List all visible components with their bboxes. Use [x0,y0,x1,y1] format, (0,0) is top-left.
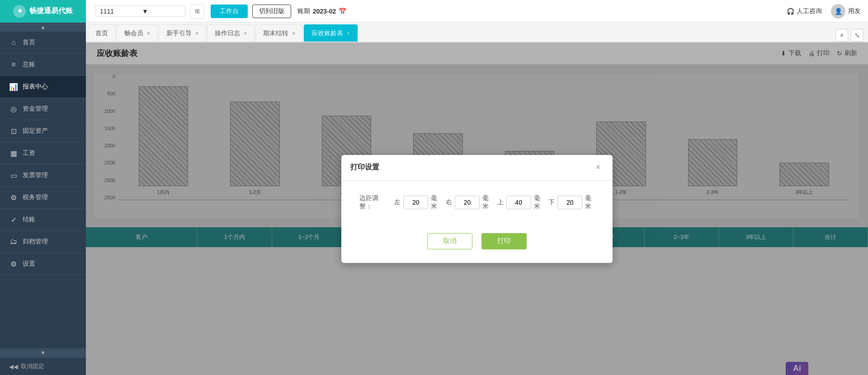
assets-icon: ⊡ [9,127,18,136]
tab-membership-label: 畅会员 [124,29,143,38]
settings-icon: ⚙ [9,259,18,268]
sidebar-item-invoice[interactable]: ▭ 发票管理 [0,164,86,187]
cancel-fixed-label: 取消固定 [21,362,44,370]
modal-title: 打印设置 [350,163,379,172]
workbench-button[interactable]: 工作台 [211,5,248,18]
sidebar-item-ledger[interactable]: ≡ 总账 [0,54,86,76]
tab-membership-close[interactable]: × [147,30,150,37]
payroll-icon: ▦ [9,149,18,158]
sidebar-item-home[interactable]: ⌂ 首页 [0,32,86,54]
tax-icon: ⚙ [9,193,18,202]
sidebar-label-settings: 设置 [23,260,35,268]
sidebar-item-settings[interactable]: ⚙ 设置 [0,253,86,275]
tab-period-end-close[interactable]: × [292,30,295,37]
tab-close-all-button[interactable]: × [835,29,848,42]
copy-icon: ⊞ [195,8,200,14]
funds-icon: ◎ [9,104,18,113]
left-label: 左 [394,198,401,206]
right-margin-input[interactable] [455,196,480,209]
tab-ar-aging-close[interactable]: × [347,30,350,37]
cancel-fixed-button[interactable]: ◀◀ 取消固定 [0,357,86,375]
tab-guide-close[interactable]: × [195,30,198,37]
tab-oplog[interactable]: 操作日志 × [207,24,255,42]
sidebar-label-funds: 资金管理 [23,105,48,113]
left-margin-input[interactable] [403,196,428,209]
main-layout: ▲ ⌂ 首页 ≡ 总账 📊 报表中心 ◎ 资金管理 ⊡ 固定资产 ▦ 工资 ▭ … [0,23,868,375]
top-margin-group: 上 毫米 [497,194,543,211]
tab-ar-aging[interactable]: 应收账龄表 × [304,24,358,42]
modal-footer: 取消 打印 [341,224,613,263]
logo-icon: ✦ [13,5,26,18]
sidebar-label-checkout: 结账 [23,216,35,224]
logo: ✦ 畅捷通易代账 [0,0,86,23]
tab-period-end[interactable]: 期末结转 × [255,24,303,42]
cancel-button[interactable]: 取消 [427,233,472,249]
company-selector[interactable]: 1111 ▼ [95,5,185,17]
sidebar: ▲ ⌂ 首页 ≡ 总账 📊 报表中心 ◎ 资金管理 ⊡ 固定资产 ▦ 工资 ▭ … [0,23,86,375]
sidebar-item-tax[interactable]: ⚙ 税务管理 [0,187,86,209]
bottom-margin-group: 下 毫米 [548,194,594,211]
modal-body: 边距调整： 左 毫米 右 毫米 [341,181,613,224]
switch-old-button[interactable]: 切到旧版 [252,5,291,18]
modal-overlay: 打印设置 × 边距调整： 左 毫米 右 [86,42,868,375]
period-value: 2023-02 [313,8,336,15]
sidebar-item-payroll[interactable]: ▦ 工资 [0,142,86,164]
period-label: 账期 [297,7,310,15]
margin-adjust-label: 边距调整： [359,194,389,211]
sidebar-item-checkout[interactable]: ✓ 结账 [0,209,86,231]
bottom-label: 下 [548,198,555,206]
checkout-icon: ✓ [9,215,18,224]
sidebar-label-ledger: 总账 [23,61,35,69]
invoice-icon: ▭ [9,171,18,180]
archive-icon: 🗂 [9,237,18,246]
avatar: 👤 [831,4,845,19]
left-margin-group: 左 毫米 [394,194,440,211]
right-unit: 毫米 [482,194,492,211]
tabs-bar: 首页 畅会员 × 新手引导 × 操作日志 × 期末结转 × 应收账龄表 × [86,23,868,42]
sidebar-label-tax: 税务管理 [23,193,48,202]
top-label: 上 [497,198,504,206]
content-area: 首页 畅会员 × 新手引导 × 操作日志 × 期末结转 × 应收账龄表 × [86,23,868,375]
tab-home[interactable]: 首页 [88,24,116,42]
confirm-print-button[interactable]: 打印 [481,233,527,249]
consult-button[interactable]: 🎧 人工咨询 [787,7,822,15]
reports-icon: 📊 [9,82,18,91]
consult-label: 人工咨询 [797,7,822,15]
tab-oplog-label: 操作日志 [215,29,240,38]
modal-header: 打印设置 × [341,155,613,181]
top-margin-input[interactable] [506,196,531,209]
page-content: 应收账龄表 ⬇ 下载 🖨 打印 ↻ 刷新 [86,42,868,375]
sidebar-item-archive[interactable]: 🗂 归档管理 [0,231,86,253]
sidebar-scroll-up[interactable]: ▲ [0,23,86,32]
bottom-margin-input[interactable] [557,196,582,209]
print-dialog: 打印设置 × 边距调整： 左 毫米 右 [341,155,613,263]
right-margin-group: 右 毫米 [446,194,492,211]
tab-guide[interactable]: 新手引导 × [159,24,206,42]
sidebar-item-funds[interactable]: ◎ 资金管理 [0,98,86,120]
sidebar-label-archive: 归档管理 [23,238,48,246]
sidebar-scroll-down[interactable]: ▼ [0,348,86,357]
tab-oplog-close[interactable]: × [244,30,247,37]
header: ✦ 畅捷通易代账 1111 ▼ ⊞ 工作台 切到旧版 账期 2023-02 📅 … [0,0,868,23]
modal-close-button[interactable]: × [593,162,604,173]
home-icon: ⌂ [9,38,18,47]
top-unit: 毫米 [534,194,543,211]
tab-maximize-button[interactable]: ⤡ [851,29,863,42]
user-area[interactable]: 👤 用友 [831,4,861,19]
sidebar-item-reports[interactable]: 📊 报表中心 [0,76,86,98]
tab-ar-aging-label: 应收账龄表 [311,29,343,38]
sidebar-label-invoice: 发票管理 [23,171,48,179]
tab-period-end-label: 期末结转 [263,29,288,38]
copy-button[interactable]: ⊞ [190,4,204,19]
calendar-icon[interactable]: 📅 [339,8,346,15]
tab-membership[interactable]: 畅会员 × [117,24,158,42]
pin-icon: ◀◀ [9,363,18,370]
headset-icon: 🎧 [787,8,794,15]
ledger-icon: ≡ [9,60,18,69]
period-area: 账期 2023-02 📅 [297,7,346,15]
margin-row: 边距调整： 左 毫米 右 毫米 [359,194,594,211]
sidebar-item-assets[interactable]: ⊡ 固定资产 [0,120,86,142]
tab-guide-label: 新手引导 [166,29,192,38]
sidebar-label-payroll: 工资 [23,149,35,157]
avatar-icon: 👤 [835,8,842,15]
